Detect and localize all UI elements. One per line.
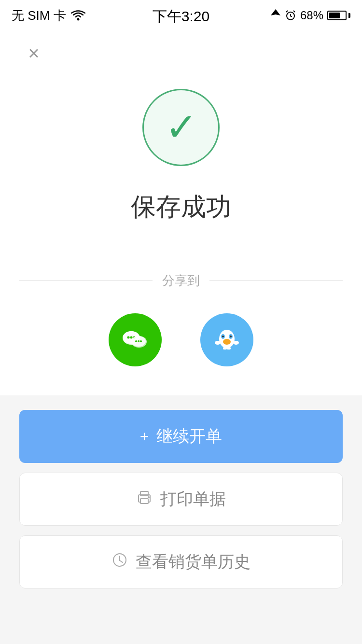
share-label: 分享到	[153, 272, 209, 289]
location-icon	[270, 9, 281, 22]
svg-point-0	[77, 18, 79, 21]
wifi-icon	[71, 10, 85, 21]
print-label: 打印单据	[160, 488, 226, 510]
main-content: × ✓ 保存成功 分享到	[0, 31, 362, 395]
printer-icon	[136, 489, 153, 509]
svg-rect-26	[223, 347, 227, 350]
share-section: 分享到	[0, 272, 362, 395]
svg-point-18	[138, 340, 139, 342]
clock-icon	[111, 552, 128, 572]
carrier-label: 无 SIM 卡	[12, 7, 66, 24]
history-button[interactable]: 查看销货单历史	[19, 535, 343, 588]
svg-rect-32	[140, 499, 148, 504]
success-section: ✓ 保存成功	[0, 31, 362, 272]
alarm-icon	[285, 10, 296, 21]
continue-button[interactable]: + 继续开单	[19, 410, 343, 463]
status-right: 68%	[270, 9, 350, 22]
svg-line-36	[120, 560, 123, 562]
close-icon: ×	[28, 43, 39, 63]
history-label: 查看销货单历史	[136, 551, 251, 573]
svg-point-14	[130, 336, 133, 339]
status-bar: 无 SIM 卡 下午3:20 68%	[0, 0, 362, 31]
continue-label: 继续开单	[156, 425, 222, 448]
svg-point-13	[127, 336, 130, 339]
share-qq-button[interactable]	[200, 313, 253, 366]
status-left: 无 SIM 卡	[12, 7, 85, 24]
plus-icon: +	[140, 428, 149, 446]
svg-rect-27	[227, 347, 231, 350]
wechat-icon	[121, 325, 150, 354]
checkmark-icon: ✓	[165, 108, 197, 147]
svg-line-5	[293, 11, 295, 12]
svg-point-28	[215, 341, 221, 345]
svg-point-33	[148, 496, 150, 498]
success-title: 保存成功	[131, 190, 231, 224]
buttons-section: + 继续开单 打印单据 查看销货单历史	[0, 395, 362, 588]
svg-point-17	[135, 340, 137, 342]
share-divider: 分享到	[0, 272, 362, 289]
battery-label: 68%	[300, 9, 323, 22]
share-wechat-button[interactable]	[109, 313, 162, 366]
svg-point-25	[223, 339, 231, 345]
share-icons	[0, 313, 362, 366]
status-time: 下午3:20	[153, 7, 209, 27]
svg-point-24	[230, 336, 232, 337]
success-circle: ✓	[142, 89, 220, 166]
print-button[interactable]: 打印单据	[19, 473, 343, 526]
svg-point-29	[233, 341, 239, 345]
qq-icon	[212, 325, 242, 355]
battery-indicator	[327, 11, 350, 20]
svg-point-19	[140, 340, 142, 342]
close-button[interactable]: ×	[19, 39, 48, 68]
svg-line-4	[286, 11, 288, 12]
svg-point-23	[222, 336, 224, 337]
